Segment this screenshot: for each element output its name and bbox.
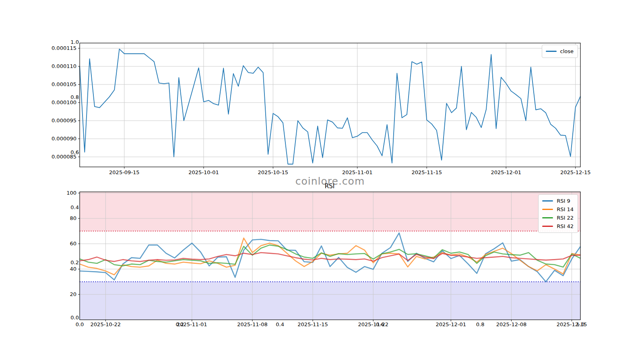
price-x-tick-label: 2025-11-15 <box>402 169 451 175</box>
rsi-legend: RSI 9 RSI 14 RSI 22 RSI 42 <box>538 194 578 233</box>
price-y-tick-label: 0.000110 <box>44 63 76 69</box>
overlay-x-tick-label: 0.2 <box>172 321 188 327</box>
rsi9-line-swatch <box>542 200 553 202</box>
price-axes-frame <box>80 43 580 167</box>
overlay-y-tick-label: 0.0 <box>63 315 79 321</box>
overlay-y-tick-label: 0.8 <box>63 94 79 100</box>
overlay-y-tick-label: 0.2 <box>63 259 79 265</box>
rsi-x-tick-label: 2025-11-08 <box>228 321 277 327</box>
overlay-x-tick-label: 0.8 <box>472 321 488 327</box>
overlay-x-tick-label: 0.6 <box>372 321 388 327</box>
overlay-x-tick-label: 0.4 <box>272 321 288 327</box>
legend-item-close: close <box>546 47 574 56</box>
price-x-tick-label: 2025-10-15 <box>249 169 297 175</box>
legend-label: RSI 9 <box>557 198 570 204</box>
price-y-tick-label: 0.000100 <box>44 99 76 105</box>
price-y-tick-label: 0.000115 <box>44 45 76 51</box>
legend-item-rsi22: RSI 22 <box>542 214 574 222</box>
figure-canvas: 0.0000850.0000900.0000950.0001000.000105… <box>0 0 644 362</box>
price-y-tick-label: 0.000095 <box>44 117 76 123</box>
rsi-chart-title: RSI <box>310 183 350 190</box>
rsi-y-tick-label: 20 <box>52 291 76 297</box>
rsi42-line-swatch <box>542 226 553 227</box>
overlay-y-tick-label: 1.0 <box>63 39 79 45</box>
legend-item-rsi14: RSI 14 <box>542 205 574 214</box>
rsi-y-tick-label: 40 <box>52 266 76 272</box>
rsi-x-tick-label: 2025-12-15 <box>548 321 596 327</box>
rsi-x-tick-label: 2025-12-01 <box>427 321 475 327</box>
legend-item-rsi42: RSI 42 <box>542 222 574 230</box>
rsi22-line-swatch <box>542 217 553 218</box>
legend-item-rsi9: RSI 9 <box>542 197 574 205</box>
price-x-tick-label: 2025-09-15 <box>100 169 149 175</box>
rsi-line-rsi9 <box>80 233 580 282</box>
rsi-x-tick-label: 2025-10-22 <box>81 321 130 327</box>
price-legend: close <box>542 45 578 58</box>
overlay-x-tick-label: 0.0 <box>72 321 88 327</box>
price-x-tick-label: 2025-11-01 <box>333 169 382 175</box>
overbought-band <box>80 192 580 231</box>
legend-label: RSI 22 <box>557 215 574 221</box>
price-x-tick-label: 2025-12-01 <box>482 169 530 175</box>
price-x-tick-label: 2025-10-01 <box>180 169 228 175</box>
legend-label: RSI 42 <box>557 223 574 229</box>
oversold-band <box>80 282 580 320</box>
rsi-y-tick-label: 60 <box>52 241 76 247</box>
rsi-y-tick-label: 80 <box>52 215 76 221</box>
overlay-y-tick-label: 0.6 <box>63 149 79 155</box>
price-y-tick-label: 0.000105 <box>44 81 76 87</box>
price-y-tick-label: 0.000090 <box>44 136 76 142</box>
rsi14-line-swatch <box>542 209 553 210</box>
overlay-y-tick-label: 0.4 <box>63 204 79 210</box>
legend-label: RSI 14 <box>557 206 574 212</box>
price-x-tick-label: 2025-12-15 <box>551 169 600 175</box>
overlay-x-tick-label: 1.0 <box>572 321 588 327</box>
close-line-swatch <box>546 51 557 52</box>
rsi-x-tick-label: 2025-11-15 <box>289 321 337 327</box>
rsi-x-tick-label: 2025-12-08 <box>487 321 535 327</box>
legend-label: close <box>560 48 574 54</box>
rsi-y-tick-label: 100 <box>52 190 76 196</box>
